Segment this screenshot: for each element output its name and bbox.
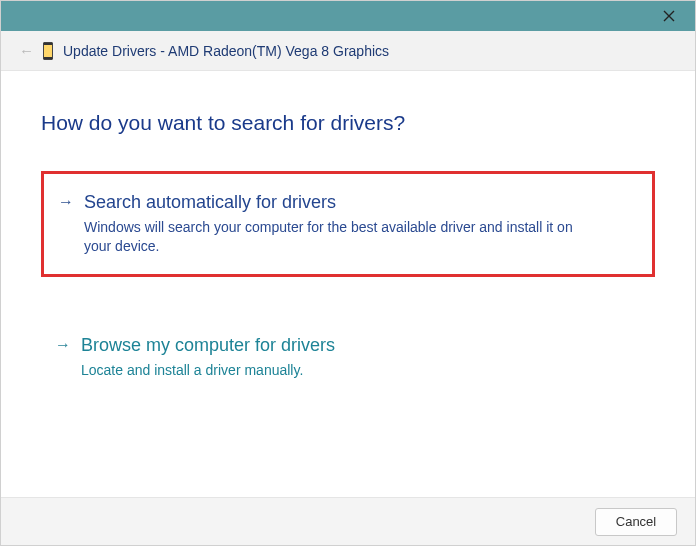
option-description: Locate and install a driver manually. bbox=[81, 361, 591, 380]
content-area: How do you want to search for drivers? →… bbox=[1, 71, 695, 497]
page-heading: How do you want to search for drivers? bbox=[41, 111, 655, 135]
arrow-right-icon: → bbox=[58, 190, 72, 214]
header-bar: ← Update Drivers - AMD Radeon(TM) Vega 8… bbox=[1, 31, 695, 71]
update-drivers-dialog: ← Update Drivers - AMD Radeon(TM) Vega 8… bbox=[0, 0, 696, 546]
option-title: Browse my computer for drivers bbox=[81, 333, 641, 357]
device-icon bbox=[43, 42, 53, 60]
back-arrow-icon: ← bbox=[19, 42, 33, 59]
window-title: Update Drivers - AMD Radeon(TM) Vega 8 G… bbox=[63, 43, 389, 59]
close-icon[interactable] bbox=[655, 2, 683, 30]
option-search-automatically[interactable]: → Search automatically for drivers Windo… bbox=[41, 171, 655, 277]
option-title: Search automatically for drivers bbox=[84, 190, 638, 214]
dialog-footer: Cancel bbox=[1, 497, 695, 545]
option-browse-computer[interactable]: → Browse my computer for drivers Locate … bbox=[41, 317, 655, 398]
option-text: Browse my computer for drivers Locate an… bbox=[81, 333, 641, 380]
option-description: Windows will search your computer for th… bbox=[84, 218, 594, 256]
arrow-right-icon: → bbox=[55, 333, 69, 357]
option-text: Search automatically for drivers Windows… bbox=[84, 190, 638, 256]
titlebar bbox=[1, 1, 695, 31]
cancel-button[interactable]: Cancel bbox=[595, 508, 677, 536]
